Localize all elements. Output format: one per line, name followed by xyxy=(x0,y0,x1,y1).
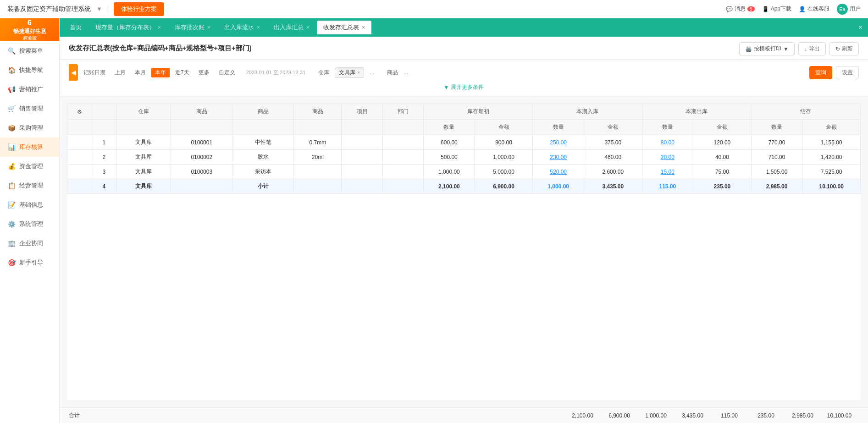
refresh-btn-label: 刷新 xyxy=(842,45,853,53)
th-begin-amt: 金额 xyxy=(475,120,533,135)
date-tab-7days[interactable]: 近7天 xyxy=(171,68,193,77)
sidebar-logo: 6 畅捷通好生意 标准版 xyxy=(0,18,59,41)
sidebar-label-system: 系统管理 xyxy=(19,220,43,228)
sidebar-item-marketing[interactable]: 📢 营销推广 xyxy=(0,80,59,99)
date-tab-thismonth[interactable]: 本月 xyxy=(131,68,149,77)
tabbar-close-btn[interactable]: × xyxy=(857,22,864,33)
sidebar-item-newguide[interactable]: 🎯 新手引导 xyxy=(0,253,59,272)
user-label: 用户 xyxy=(850,5,861,13)
tab-batch-close[interactable]: × xyxy=(207,24,210,31)
th-empty8 xyxy=(382,120,423,135)
print-btn[interactable]: 🖨️ 按模板打印 ▼ xyxy=(739,42,795,55)
th-out-qty: 数量 xyxy=(642,120,693,135)
warehouse-tag-value: 文具库 xyxy=(339,69,355,77)
user-btn[interactable]: Ea 用户 xyxy=(837,4,861,15)
system-icon: ⚙️ xyxy=(7,220,16,228)
cell-out-amt-sub: 235.00 xyxy=(693,179,752,194)
cell-project-2 xyxy=(342,150,382,165)
goods-more[interactable]: ... xyxy=(404,69,408,76)
refresh-btn[interactable]: ↻ 刷新 xyxy=(829,42,859,55)
tab-inventory-dist-close[interactable]: × xyxy=(158,24,161,31)
trial-button[interactable]: 体验行业方案 xyxy=(114,2,164,16)
date-tab-more[interactable]: 更多 xyxy=(195,68,213,77)
total-begin-qty: 2,100.00 xyxy=(565,412,600,419)
sidebar-item-basicinfo[interactable]: 📝 基础信息 xyxy=(0,195,59,214)
tab-recv-send-close[interactable]: × xyxy=(362,24,365,31)
cell-out-qty-1[interactable]: 80.00 xyxy=(642,135,693,150)
cell-dept-1 xyxy=(382,135,423,150)
date-tab-thisyear[interactable]: 本年 xyxy=(151,68,170,77)
cell-in-qty-2[interactable]: 230.00 xyxy=(533,150,584,165)
th-bal-amt: 金额 xyxy=(802,120,861,135)
cell-in-amt-sub: 3,435.00 xyxy=(584,179,642,194)
warehouse-tag-close[interactable]: × xyxy=(357,70,360,75)
th-dept: 部门 xyxy=(382,104,423,120)
cell-empty2 xyxy=(67,150,92,165)
tab-batch[interactable]: 库存批次账 × xyxy=(168,21,217,34)
tab-inventory-dist[interactable]: 现存量（库存分布表） × xyxy=(89,21,167,34)
cell-warehouse-1: 文具库 xyxy=(116,135,171,150)
total-out-qty: 115.00 xyxy=(712,412,746,419)
app-download-btn[interactable]: 📱 App下载 xyxy=(762,5,791,13)
sidebar-item-inventory[interactable]: 📊 库存核算 xyxy=(0,137,59,157)
expand-filter-btn[interactable]: ▼ 展开更多条件 xyxy=(444,83,484,91)
tab-inout-summary[interactable]: 出入库汇总 × xyxy=(267,21,316,34)
cell-out-qty-sub[interactable]: 115.00 xyxy=(642,179,693,194)
th-spec: 商品 xyxy=(294,104,342,120)
sidebar-item-enterprise[interactable]: 🏢 企业协同 xyxy=(0,234,59,253)
app-container: 装备及固定资产辅助管理系统 ▼ 体验行业方案 💬 消息 6 📱 App下载 👤 … xyxy=(0,0,868,423)
cell-in-amt-2: 460.00 xyxy=(584,150,642,165)
cell-begin-qty-2: 500.00 xyxy=(424,150,475,165)
cell-project-1 xyxy=(342,135,382,150)
query-btn[interactable]: 查询 xyxy=(809,66,832,79)
date-tab-custom[interactable]: 自定义 xyxy=(215,68,239,77)
tab-inout-flow[interactable]: 出入库流水 × xyxy=(218,21,266,34)
export-btn[interactable]: ↓ 导出 xyxy=(798,42,826,55)
header-right: 💬 消息 6 📱 App下载 👤 在线客服 Ea 用户 xyxy=(726,4,861,15)
cell-spec-1: 0.7mm xyxy=(294,135,342,150)
sales-icon: 🛒 xyxy=(7,104,16,113)
cell-begin-amt-3: 5,000.00 xyxy=(475,165,533,179)
th-settings[interactable]: ⚙ xyxy=(67,104,92,120)
tab-inout-summary-close[interactable]: × xyxy=(306,24,310,31)
sidebar-item-operations[interactable]: 📋 经营管理 xyxy=(0,176,59,195)
online-service-btn[interactable]: 👤 在线客服 xyxy=(799,5,829,13)
th-begin: 库存期初 xyxy=(424,104,533,120)
settings-filter-btn[interactable]: 设置 xyxy=(836,66,859,79)
cell-in-qty-1[interactable]: 250.00 xyxy=(533,135,584,150)
cell-code-3: 0100003 xyxy=(171,165,232,179)
cell-begin-qty-sub: 2,100.00 xyxy=(424,179,475,194)
messages-label: 消息 xyxy=(735,5,746,13)
sidebar-item-quicknav[interactable]: 🏠 快捷导航 xyxy=(0,60,59,80)
cell-out-qty-2[interactable]: 20.00 xyxy=(642,150,693,165)
date-tab-lastmonth[interactable]: 上月 xyxy=(111,68,129,77)
cell-spec-3 xyxy=(294,165,342,179)
app-download-label: App下载 xyxy=(771,5,791,13)
tab-inventory-dist-label: 现存量（库存分布表） xyxy=(95,23,155,32)
tab-home[interactable]: 首页 xyxy=(63,21,88,34)
system-dropdown-icon[interactable]: ▼ xyxy=(96,5,102,12)
sidebar-item-system[interactable]: ⚙️ 系统管理 xyxy=(0,214,59,234)
cell-project-3 xyxy=(342,165,382,179)
cell-out-qty-3[interactable]: 15.00 xyxy=(642,165,693,179)
export-btn-label: 导出 xyxy=(809,45,820,53)
tab-inout-flow-close[interactable]: × xyxy=(257,24,260,31)
content-wrapper: 首页 现存量（库存分布表） × 库存批次账 × 出入库流水 × 出入库汇总 × xyxy=(60,18,868,423)
sidebar-label-inventory: 库存核算 xyxy=(19,143,43,151)
tab-inout-summary-label: 出入库汇总 xyxy=(274,23,304,32)
cell-bal-amt-sub: 10,100.00 xyxy=(802,179,861,194)
sidebar-item-sales[interactable]: 🛒 销售管理 xyxy=(0,99,59,118)
th-bal-qty: 数量 xyxy=(751,120,802,135)
cell-in-qty-sub[interactable]: 1,000.00 xyxy=(533,179,584,194)
sidebar-item-finance[interactable]: 💰 资金管理 xyxy=(0,157,59,176)
cell-in-qty-3[interactable]: 520.00 xyxy=(533,165,584,179)
table-wrapper: ⚙ 仓库 商品 商品 商品 项目 部门 库存期初 本期入库 xyxy=(60,96,868,407)
messages-btn[interactable]: 💬 消息 6 xyxy=(726,5,755,13)
filter-toggle-btn[interactable]: ◀ xyxy=(69,64,78,81)
warehouse-more[interactable]: ... xyxy=(370,69,374,76)
cell-subtotal-label: 小计 xyxy=(232,179,294,194)
sidebar-item-purchase[interactable]: 📦 采购管理 xyxy=(0,118,59,137)
tab-recv-send-summary[interactable]: 收发存汇总表 × xyxy=(317,21,371,34)
sidebar-item-search[interactable]: 🔍 搜索菜单 xyxy=(0,41,59,60)
cell-bal-qty-2: 710.00 xyxy=(751,150,802,165)
